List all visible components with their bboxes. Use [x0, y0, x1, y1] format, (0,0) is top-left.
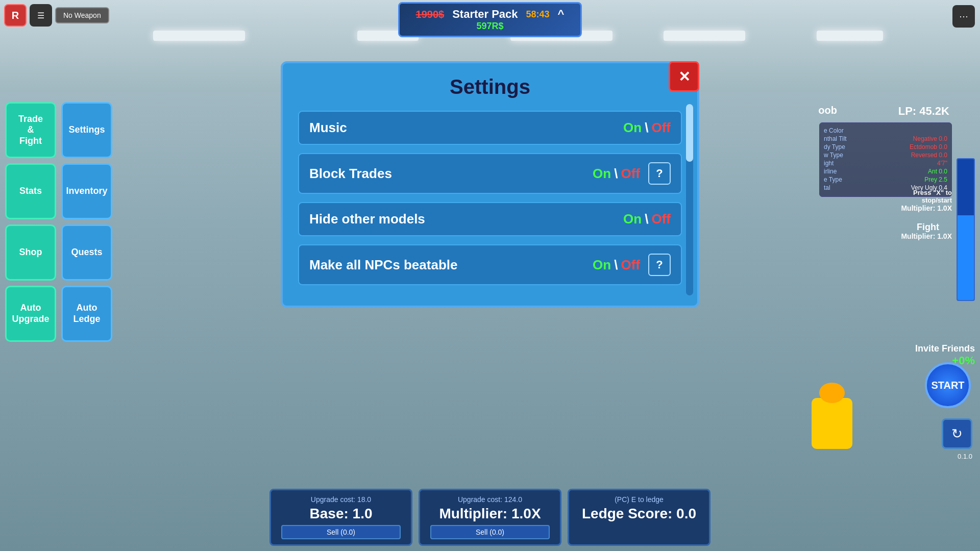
toggle-on-block-trades: On — [593, 166, 611, 182]
setting-row-block-trades[interactable]: Block Trades On \ Off ? — [298, 153, 682, 194]
settings-title: Settings — [298, 76, 682, 98]
toggle-on-hide-models: On — [623, 211, 642, 227]
setting-row-music[interactable]: Music On \ Off — [298, 111, 682, 145]
toggle-sep-hide-models: \ — [645, 211, 648, 227]
toggle-off-hide-models: Off — [651, 211, 671, 227]
close-button[interactable]: ✕ — [669, 61, 699, 92]
setting-label-hide-models: Hide other models — [309, 211, 425, 227]
toggle-on-music: On — [623, 120, 642, 136]
setting-toggle-npcs[interactable]: On \ Off ? — [593, 254, 671, 276]
setting-row-npcs[interactable]: Make all NPCs beatable On \ Off ? — [298, 244, 682, 285]
help-button-npcs[interactable]: ? — [648, 254, 671, 276]
toggle-sep-block-trades: \ — [614, 166, 618, 182]
scrollbar-thumb — [686, 104, 693, 162]
help-button-block-trades[interactable]: ? — [648, 162, 671, 185]
setting-label-npcs: Make all NPCs beatable — [309, 257, 457, 273]
toggle-sep-npcs: \ — [614, 257, 618, 273]
toggle-on-npcs: On — [593, 257, 611, 273]
setting-label-block-trades: Block Trades — [309, 166, 392, 182]
modal-overlay: ✕ Settings Music On \ Off Block Trades O… — [0, 0, 980, 551]
setting-row-hide-models[interactable]: Hide other models On \ Off — [298, 202, 682, 236]
settings-scrollbar[interactable] — [686, 104, 693, 295]
settings-modal: ✕ Settings Music On \ Off Block Trades O… — [281, 61, 699, 308]
toggle-sep-music: \ — [645, 120, 648, 136]
setting-toggle-hide-models[interactable]: On \ Off — [623, 211, 671, 227]
setting-toggle-block-trades[interactable]: On \ Off ? — [593, 162, 671, 185]
setting-label-music: Music — [309, 120, 347, 136]
toggle-off-npcs: Off — [621, 257, 640, 273]
toggle-off-music: Off — [651, 120, 671, 136]
setting-toggle-music[interactable]: On \ Off — [623, 120, 671, 136]
toggle-off-block-trades: Off — [621, 166, 640, 182]
